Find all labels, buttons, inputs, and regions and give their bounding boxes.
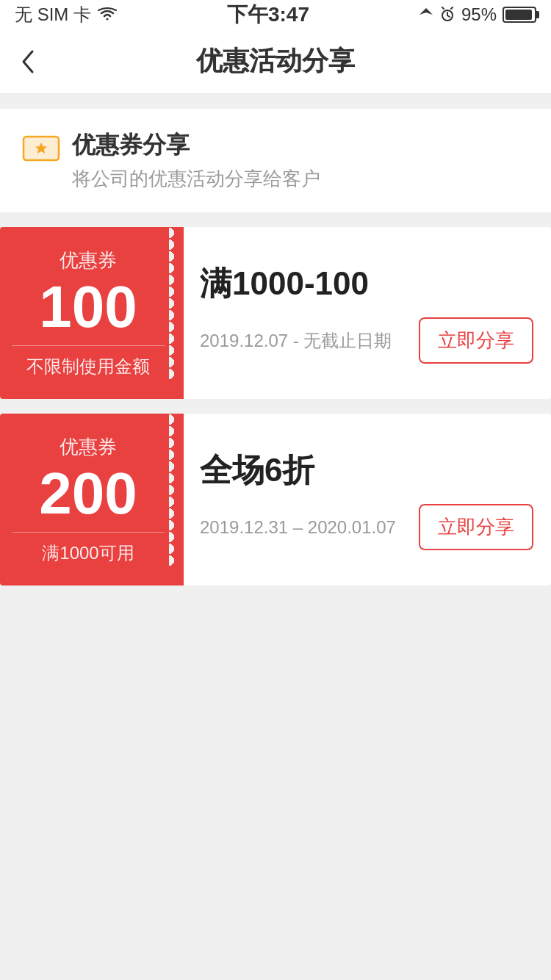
coupon-label-1: 优惠券 — [60, 248, 117, 273]
coupon-left-1: 优惠券 100 不限制使用金额 — [0, 227, 176, 399]
status-right: 95% — [419, 4, 536, 25]
svg-line-2 — [447, 15, 450, 17]
coupon-name-1: 满1000-100 — [200, 262, 533, 306]
coupon-card-1: 优惠券 100 不限制使用金额 满1000-100 2019.12.07 - 无… — [0, 227, 551, 399]
section-title: 优惠券分享 — [72, 129, 320, 162]
svg-line-3 — [442, 7, 444, 9]
no-sim-text: 无 SIM 卡 — [15, 3, 91, 26]
wifi-icon — [97, 7, 118, 22]
share-button-2[interactable]: 立即分享 — [419, 504, 533, 550]
coupon-left-2: 优惠券 200 满1000可用 — [0, 414, 176, 586]
coupon-name-2: 全场6折 — [200, 449, 533, 492]
coupon-condition-1: 不限制使用金额 — [26, 355, 150, 378]
alarm-icon — [439, 7, 455, 23]
status-time: 下午3:47 — [227, 1, 309, 29]
coupon-right-2: 全场6折 2019.12.31 – 2020.01.07 立即分享 — [176, 414, 551, 586]
page-title: 优惠活动分享 — [196, 43, 355, 79]
battery-percent: 95% — [461, 4, 497, 25]
coupon-divider-1 — [12, 345, 165, 346]
nav-bar: 优惠活动分享 — [0, 29, 551, 94]
coupon-list: 优惠券 100 不限制使用金额 满1000-100 2019.12.07 - 无… — [0, 227, 551, 600]
share-button-1[interactable]: 立即分享 — [419, 317, 533, 364]
svg-line-4 — [451, 7, 453, 9]
coupon-bottom-1: 2019.12.07 - 无截止日期 立即分享 — [200, 317, 533, 364]
coupon-icon — [22, 129, 60, 167]
coupon-card-2: 优惠券 200 满1000可用 全场6折 2019.12.31 – 2020.0… — [0, 414, 551, 586]
location-icon — [419, 7, 433, 22]
section-subtitle: 将公司的优惠活动分享给客户 — [72, 166, 320, 192]
status-left: 无 SIM 卡 — [15, 3, 118, 26]
battery-icon — [503, 7, 536, 23]
coupon-date-1: 2019.12.07 - 无截止日期 — [200, 329, 392, 353]
coupon-right-1: 满1000-100 2019.12.07 - 无截止日期 立即分享 — [176, 227, 551, 399]
status-bar: 无 SIM 卡 下午3:47 95% — [0, 0, 551, 29]
coupon-amount-1: 100 — [39, 278, 137, 336]
section-header: 优惠券分享 将公司的优惠活动分享给客户 — [0, 109, 551, 212]
coupon-divider-2 — [12, 532, 165, 533]
coupon-bottom-2: 2019.12.31 – 2020.01.07 立即分享 — [200, 504, 533, 550]
coupon-amount-2: 200 — [39, 464, 137, 523]
coupon-date-2: 2019.12.31 – 2020.01.07 — [200, 517, 396, 538]
back-button[interactable] — [18, 46, 38, 78]
coupon-condition-2: 满1000可用 — [42, 541, 134, 565]
coupon-label-2: 优惠券 — [60, 434, 117, 460]
section-text: 优惠券分享 将公司的优惠活动分享给客户 — [72, 129, 320, 192]
